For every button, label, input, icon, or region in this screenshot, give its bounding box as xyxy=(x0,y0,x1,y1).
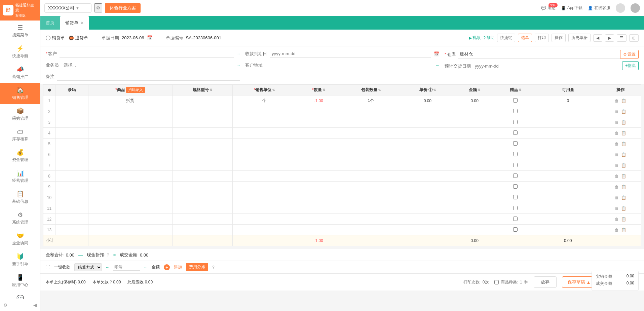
cell-pack-qty[interactable] xyxy=(341,214,401,225)
gift-checkbox[interactable] xyxy=(513,206,518,210)
radio-return-order[interactable]: 退货单 xyxy=(69,35,88,41)
settings-button[interactable]: ⚙ 设置 xyxy=(620,50,639,59)
cell-barcode[interactable] xyxy=(55,128,88,139)
discount-help-icon[interactable]: ? xyxy=(107,252,109,258)
cell-amount[interactable] xyxy=(454,192,495,203)
sidebar-item-search-order[interactable]: ☰ 搜索菜单 xyxy=(0,21,40,41)
copy-icon[interactable]: 📋 xyxy=(621,120,626,125)
gift-checkbox[interactable] xyxy=(513,217,518,221)
delete-icon[interactable]: 🗑 xyxy=(615,120,619,125)
cell-gift[interactable] xyxy=(495,182,536,192)
cell-price[interactable] xyxy=(401,214,454,225)
company-selector[interactable]: XXXXXX公司 ▼ xyxy=(44,3,91,13)
history-button[interactable]: 历史单据 xyxy=(568,34,591,42)
calc-method-select[interactable]: 结算方式 xyxy=(74,263,102,271)
tab-close-icon[interactable]: ✕ xyxy=(80,21,84,25)
cell-amount[interactable] xyxy=(454,128,495,139)
cell-product[interactable] xyxy=(88,106,172,117)
sidebar-item-quick-nav[interactable]: ⚡ 快捷导航 xyxy=(0,41,40,62)
cell-product[interactable] xyxy=(88,149,172,160)
cell-pack-qty[interactable] xyxy=(341,182,401,192)
gift-checkbox[interactable] xyxy=(513,227,518,232)
date-calendar-icon[interactable]: 📅 xyxy=(147,35,152,40)
cell-unit[interactable] xyxy=(232,214,296,225)
cell-amount[interactable]: 0.00 xyxy=(454,95,495,106)
sidebar-item-inventory[interactable]: 🗃 库存核算 xyxy=(0,125,40,145)
gift-checkbox[interactable] xyxy=(513,130,518,135)
copy-icon[interactable]: 📋 xyxy=(621,195,626,200)
delete-icon[interactable]: 🗑 xyxy=(615,109,619,114)
cell-quantity[interactable] xyxy=(296,225,341,235)
account-more-icon[interactable]: ··· xyxy=(144,265,148,270)
cell-barcode[interactable] xyxy=(55,149,88,160)
cell-pack-qty[interactable] xyxy=(341,139,401,149)
fee-help-icon[interactable]: ? xyxy=(212,265,215,270)
prev-record-button[interactable]: ◀ xyxy=(593,34,602,42)
cell-price[interactable] xyxy=(401,182,454,192)
help-link[interactable]: ? 帮助 xyxy=(483,35,494,41)
radio-sales-input[interactable] xyxy=(46,36,50,40)
add-payment-button[interactable]: + xyxy=(164,264,170,270)
cell-gift[interactable] xyxy=(495,149,536,160)
cell-barcode[interactable] xyxy=(55,192,88,203)
sidebar-item-finance[interactable]: 💰 资金管理 xyxy=(0,145,40,166)
cell-price[interactable] xyxy=(401,160,454,171)
cell-unit[interactable] xyxy=(232,106,296,117)
cell-amount[interactable] xyxy=(454,182,495,192)
sidebar-item-purchase-mgmt[interactable]: 📦 采购管理 xyxy=(0,104,40,125)
cell-product[interactable] xyxy=(88,160,172,171)
message-button[interactable]: 💬 消息 99+ xyxy=(541,5,556,11)
sidebar-item-system-mgmt[interactable]: ⚙ 系统管理 xyxy=(0,208,40,229)
delete-icon[interactable]: 🗑 xyxy=(615,163,619,168)
cell-price[interactable] xyxy=(401,225,454,235)
cell-amount[interactable] xyxy=(454,139,495,149)
cell-quantity[interactable]: -1.00 xyxy=(296,95,341,106)
cell-barcode[interactable] xyxy=(55,139,88,149)
cell-price[interactable] xyxy=(401,192,454,203)
print-button[interactable]: 打印 xyxy=(535,34,549,42)
app-download-button[interactable]: 📱 App下载 xyxy=(561,5,582,11)
cell-price[interactable] xyxy=(401,171,454,182)
payment-calendar-icon[interactable]: 📅 xyxy=(434,51,439,56)
cell-amount[interactable] xyxy=(454,225,495,235)
select-button[interactable]: 选单 xyxy=(518,34,532,42)
sidebar-item-guide[interactable]: 🔰 新手引导 xyxy=(0,249,40,270)
cell-quantity[interactable] xyxy=(296,149,341,160)
delete-icon[interactable]: 🗑 xyxy=(615,217,619,222)
cell-quantity[interactable] xyxy=(296,106,341,117)
cell-amount[interactable] xyxy=(454,214,495,225)
remarks-input[interactable] xyxy=(57,73,240,81)
gift-checkbox[interactable] xyxy=(513,152,518,156)
cell-product[interactable]: 拆货 xyxy=(88,95,172,106)
cell-gift[interactable] xyxy=(495,192,536,203)
product-type-checkbox[interactable] xyxy=(494,280,499,284)
sidebar-item-app-center[interactable]: 📱 应用中心 xyxy=(0,270,40,291)
calc-method-more-icon[interactable]: ··· xyxy=(106,265,109,270)
cell-product[interactable] xyxy=(88,128,172,139)
cell-quantity[interactable] xyxy=(296,117,341,128)
gift-checkbox[interactable] xyxy=(513,120,518,124)
copy-icon[interactable]: 📋 xyxy=(621,142,626,146)
cell-amount[interactable] xyxy=(454,160,495,171)
cell-unit[interactable] xyxy=(232,225,296,235)
logistics-button[interactable]: +物流 xyxy=(622,61,639,70)
cell-pack-qty[interactable] xyxy=(341,192,401,203)
trial-button[interactable]: 体验行业方案 xyxy=(105,3,141,13)
cell-gift[interactable] xyxy=(495,139,536,149)
copy-icon[interactable]: 📋 xyxy=(621,152,626,157)
gift-checkbox[interactable] xyxy=(513,195,518,199)
cell-gift[interactable] xyxy=(495,117,536,128)
curr-debt-help-icon[interactable]: ? xyxy=(110,280,112,284)
cell-spec[interactable] xyxy=(172,182,232,192)
cell-unit[interactable] xyxy=(232,128,296,139)
abandon-button[interactable]: 放弃 xyxy=(534,276,557,288)
cell-unit[interactable] xyxy=(232,192,296,203)
list-view-button[interactable]: ☰ xyxy=(617,34,627,42)
cell-spec[interactable] xyxy=(172,203,232,214)
cell-amount[interactable] xyxy=(454,117,495,128)
delete-icon[interactable]: 🗑 xyxy=(615,185,619,189)
delete-icon[interactable]: 🗑 xyxy=(615,228,619,232)
cell-pack-qty[interactable]: 1个 xyxy=(341,95,401,106)
cell-spec[interactable] xyxy=(172,171,232,182)
copy-icon[interactable]: 📋 xyxy=(621,99,626,103)
